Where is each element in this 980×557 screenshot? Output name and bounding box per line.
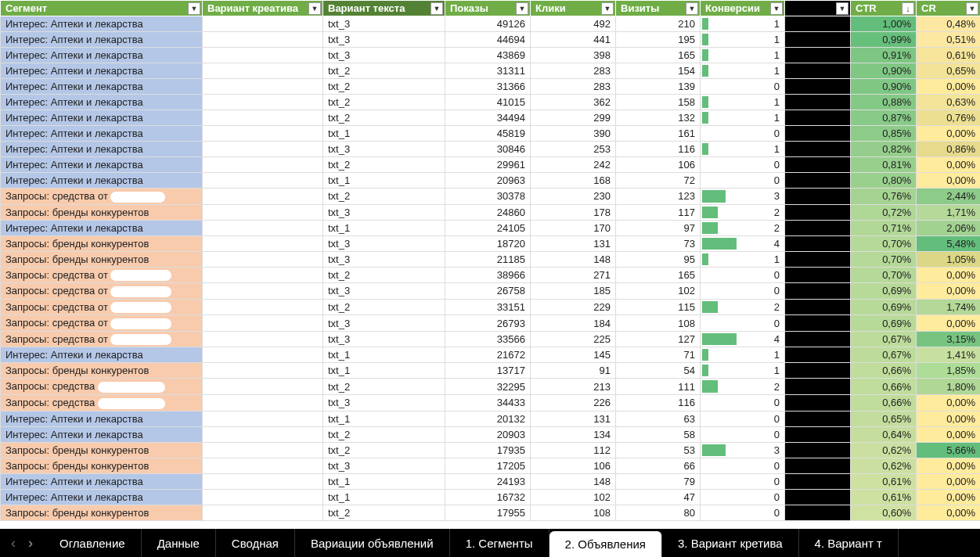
cell-conversions[interactable]: 0 — [701, 126, 785, 142]
table-row[interactable]: Интерес: Аптеки и лекарстваtxt_234494299… — [1, 110, 981, 126]
col-conversions[interactable]: Конверсии — [701, 1, 785, 16]
cell-text[interactable]: txt_3 — [323, 48, 445, 63]
cell-creative[interactable] — [203, 251, 323, 267]
cell-impressions[interactable]: 29961 — [445, 157, 531, 173]
cell-cr[interactable]: 1,71% — [917, 204, 981, 220]
cell-cr[interactable]: 0,00% — [917, 173, 981, 189]
cell-clicks[interactable]: 148 — [531, 473, 616, 489]
cell-impressions[interactable]: 20132 — [445, 411, 531, 426]
cell-text[interactable]: txt_3 — [323, 315, 445, 332]
cell-impressions[interactable]: 18720 — [445, 235, 531, 251]
cell-segment[interactable]: Интерес: Аптеки и лекарства — [1, 48, 203, 63]
cell-cr[interactable]: 1,05% — [917, 251, 981, 267]
cell-impressions[interactable]: 16732 — [445, 489, 531, 505]
cell-conversions[interactable]: 1 — [701, 48, 785, 63]
cell-clicks[interactable]: 283 — [531, 63, 616, 79]
cell-conversions[interactable]: 1 — [701, 63, 785, 79]
cell-visits[interactable]: 53 — [616, 442, 701, 458]
cell-visits[interactable]: 47 — [616, 489, 701, 505]
cell-cr[interactable]: 5,66% — [917, 442, 981, 458]
cell-segment[interactable]: Запросы: средства от — [1, 299, 203, 315]
cell-text[interactable]: txt_3 — [323, 16, 445, 32]
cell-text[interactable]: txt_1 — [323, 411, 445, 426]
cell-cr[interactable]: 0,00% — [917, 394, 981, 411]
tab-prev[interactable]: ‹ — [11, 535, 16, 552]
cell-ctr[interactable]: 0,70% — [851, 267, 917, 283]
cell-segment[interactable]: Запросы: бренды конкурентов — [1, 458, 203, 473]
cell-ctr[interactable]: 0,85% — [851, 126, 917, 142]
cell-cr[interactable]: 0,65% — [917, 63, 981, 79]
cell-impressions[interactable]: 30378 — [445, 189, 531, 205]
cell-segment[interactable]: Запросы: средства от — [1, 283, 203, 300]
filter-cr[interactable] — [966, 2, 978, 15]
cell-visits[interactable]: 95 — [616, 251, 701, 267]
cell-ctr[interactable]: 0,60% — [851, 505, 917, 520]
cell-impressions[interactable]: 26793 — [445, 315, 531, 332]
cell-segment[interactable]: Запросы: средства от — [1, 315, 203, 332]
cell-impressions[interactable]: 21672 — [445, 347, 531, 363]
cell-creative[interactable] — [203, 220, 323, 235]
cell-creative[interactable] — [203, 173, 323, 189]
cell-conversions[interactable]: 4 — [701, 331, 785, 347]
cell-creative[interactable] — [203, 16, 323, 32]
cell-creative[interactable] — [203, 426, 323, 442]
cell-visits[interactable]: 210 — [616, 16, 701, 32]
cell-ctr[interactable]: 0,71% — [851, 220, 917, 235]
cell-ctr[interactable]: 0,69% — [851, 315, 917, 332]
table-row[interactable]: Запросы: бренды конкурентовtxt_217955108… — [1, 505, 981, 520]
cell-visits[interactable]: 111 — [616, 379, 701, 395]
cell-impressions[interactable]: 44694 — [445, 32, 531, 48]
cell-segment[interactable]: Запросы: бренды конкурентов — [1, 442, 203, 458]
cell-impressions[interactable]: 17205 — [445, 458, 531, 473]
cell-cr[interactable]: 0,00% — [917, 157, 981, 173]
cell-segment[interactable]: Интерес: Аптеки и лекарства — [1, 220, 203, 235]
table-row[interactable]: Интерес: Аптеки и лекарстваtxt_116732102… — [1, 489, 981, 505]
cell-segment[interactable]: Запросы: бренды конкурентов — [1, 363, 203, 379]
cell-segment[interactable]: Интерес: Аптеки и лекарства — [1, 126, 203, 142]
cell-creative[interactable] — [203, 204, 323, 220]
cell-segment[interactable]: Запросы: средства от — [1, 331, 203, 347]
cell-creative[interactable] — [203, 473, 323, 489]
cell-cr[interactable]: 0,00% — [917, 505, 981, 520]
cell-visits[interactable]: 115 — [616, 299, 701, 315]
cell-visits[interactable]: 195 — [616, 32, 701, 48]
cell-ctr[interactable]: 0,65% — [851, 411, 917, 426]
cell-cr[interactable]: 0,00% — [917, 473, 981, 489]
cell-visits[interactable]: 165 — [616, 48, 701, 63]
cell-clicks[interactable]: 148 — [531, 251, 616, 267]
filter-text[interactable] — [431, 2, 443, 15]
cell-clicks[interactable]: 131 — [531, 235, 616, 251]
cell-ctr[interactable]: 0,90% — [851, 79, 917, 95]
cell-ctr[interactable]: 0,66% — [851, 363, 917, 379]
cell-clicks[interactable]: 299 — [531, 110, 616, 126]
cell-ctr[interactable]: 0,70% — [851, 235, 917, 251]
cell-segment[interactable]: Интерес: Аптеки и лекарства — [1, 142, 203, 157]
cell-creative[interactable] — [203, 379, 323, 395]
cell-clicks[interactable]: 229 — [531, 299, 616, 315]
cell-conversions[interactable]: 3 — [701, 442, 785, 458]
table-row[interactable]: Интерес: Аптеки и лекарстваtxt_231311283… — [1, 63, 981, 79]
table-row[interactable]: Интерес: Аптеки и лекарстваtxt_229961242… — [1, 157, 981, 173]
filter-conversions[interactable] — [770, 2, 783, 15]
col-cr[interactable]: CR — [917, 1, 981, 16]
table-row[interactable]: Запросы: средства от txt_32675818510200,… — [1, 283, 981, 300]
cell-text[interactable]: txt_3 — [323, 394, 445, 411]
col-ctr[interactable]: CTR — [851, 1, 917, 16]
cell-ctr[interactable]: 0,80% — [851, 173, 917, 189]
cell-creative[interactable] — [203, 299, 323, 315]
table-row[interactable]: Запросы: бренды конкурентовtxt_318720131… — [1, 235, 981, 251]
cell-creative[interactable] — [203, 110, 323, 126]
cell-conversions[interactable]: 0 — [701, 283, 785, 300]
cell-clicks[interactable]: 170 — [531, 220, 616, 235]
cell-impressions[interactable]: 30846 — [445, 142, 531, 157]
cell-conversions[interactable]: 0 — [701, 505, 785, 520]
cell-ctr[interactable]: 0,69% — [851, 299, 917, 315]
cell-ctr[interactable]: 0,67% — [851, 347, 917, 363]
cell-impressions[interactable]: 24860 — [445, 204, 531, 220]
cell-cr[interactable]: 0,00% — [917, 79, 981, 95]
cell-creative[interactable] — [203, 347, 323, 363]
cell-visits[interactable]: 117 — [616, 204, 701, 220]
cell-conversions[interactable]: 0 — [701, 411, 785, 426]
filter-sep[interactable] — [836, 2, 848, 15]
cell-ctr[interactable]: 1,00% — [851, 16, 917, 32]
